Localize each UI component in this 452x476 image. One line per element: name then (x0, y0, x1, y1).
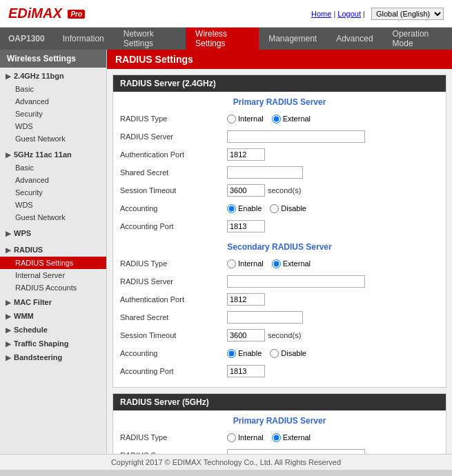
radio-disable-accounting-input-s24[interactable] (270, 349, 279, 358)
sidebar-section-header-wps[interactable]: ▶ WPS (0, 226, 106, 240)
radius-server-input-p5[interactable] (227, 449, 365, 454)
radio-external-s24[interactable]: External (272, 259, 311, 268)
radio-disable-accounting-s24[interactable]: Disable (270, 349, 306, 358)
sidebar-section-header-radius[interactable]: ▶ RADIUS (0, 243, 106, 257)
radius-server-label-p24: RADIUS Server (120, 132, 227, 141)
session-timeout-label-s24: Session Timeout (120, 331, 227, 339)
radius-type-label-s24: RADIUS Type (120, 259, 227, 268)
sidebar-item-basic-5[interactable]: Basic (0, 161, 106, 174)
auth-port-input-s24[interactable] (227, 293, 265, 306)
radius-type-control-p5: Internal External (227, 433, 439, 442)
nav-operation-mode[interactable]: Operation Mode (383, 28, 452, 50)
auth-port-row-p24: Authentication Port (120, 147, 439, 162)
radius-type-control-s24: Internal External (227, 259, 439, 268)
sidebar-section-header-bandsteering[interactable]: ▶ Bandsteering (0, 350, 106, 364)
nav-information[interactable]: Information (53, 28, 114, 50)
session-timeout-input-p24[interactable] (227, 184, 265, 197)
radio-external-input-s24[interactable] (272, 259, 281, 268)
sidebar-section-5ghz: ▶ 5GHz 11ac 11an Basic Advanced Security… (0, 146, 106, 225)
arrow-24ghz: ▶ (6, 72, 11, 80)
radio-internal-p5[interactable]: Internal (227, 433, 264, 442)
sidebar-item-advanced-5[interactable]: Advanced (0, 174, 106, 186)
radio-disable-accounting-input-p24[interactable] (270, 204, 279, 213)
radio-internal-p24[interactable]: Internal (227, 115, 264, 123)
radius-type-control-p24: Internal External (227, 115, 439, 123)
arrow-macfilter: ▶ (6, 299, 11, 306)
radio-internal-input-s24[interactable] (227, 259, 236, 268)
sidebar-item-security-5[interactable]: Security (0, 186, 106, 199)
radius-server-label-p5: RADIUS Server (120, 451, 227, 454)
sidebar-section-header-wmm[interactable]: ▶ WMM (0, 309, 106, 323)
auth-port-control-p24 (227, 148, 439, 161)
sidebar-section-radius: ▶ RADIUS RADIUS Settings Internal Server… (0, 241, 106, 295)
nav-network-settings[interactable]: Network Settings (114, 28, 186, 50)
lang-select[interactable]: Global (English) (371, 8, 444, 20)
radio-disable-accounting-p24[interactable]: Disable (270, 204, 306, 213)
nav-management[interactable]: Management (259, 28, 326, 50)
sidebar: Wireless Settings ▶ 2.4GHz 11bgn Basic A… (0, 50, 107, 454)
primary-server-label-5: Primary RADIUS Server (120, 416, 439, 426)
radio-internal-input-p5[interactable] (227, 433, 236, 442)
sidebar-item-wds-24[interactable]: WDS (0, 120, 106, 132)
radio-external-input-p5[interactable] (272, 433, 281, 442)
sidebar-5ghz-label: 5GHz 11ac 11an (14, 150, 72, 159)
radio-enable-accounting-input-s24[interactable] (227, 349, 236, 358)
auth-port-input-p24[interactable] (227, 148, 265, 161)
radius-server-row-p5: RADIUS Server (120, 448, 439, 454)
radius-server-control-s24 (227, 275, 439, 288)
radius-type-row-secondary-24: RADIUS Type Internal External (120, 256, 439, 271)
session-timeout-input-s24[interactable] (227, 329, 265, 341)
nav-advanced[interactable]: Advanced (326, 28, 382, 50)
radio-external-input-p24[interactable] (272, 115, 281, 123)
radius-server-control-p5 (227, 449, 439, 454)
sidebar-section-header-macfilter[interactable]: ▶ MAC Filter (0, 295, 106, 309)
sidebar-section-header-traffic[interactable]: ▶ Traffic Shaping (0, 337, 106, 350)
sidebar-section-header-schedule[interactable]: ▶ Schedule (0, 323, 106, 337)
accounting-port-input-s24[interactable] (227, 365, 265, 377)
sidebar-item-advanced-24[interactable]: Advanced (0, 95, 106, 108)
secondary-server-label-24: Secondary RADIUS Server (120, 242, 439, 252)
radius-server-input-s24[interactable] (227, 275, 365, 288)
sidebar-section-header-5ghz[interactable]: ▶ 5GHz 11ac 11an (0, 148, 106, 161)
sidebar-item-radius-settings[interactable]: RADIUS Settings (0, 257, 106, 269)
nav-wireless-settings[interactable]: Wireless Settings (186, 28, 259, 50)
radio-enable-accounting-input-p24[interactable] (227, 204, 236, 213)
arrow-wps: ▶ (6, 230, 11, 237)
shared-secret-input-s24[interactable] (227, 311, 303, 324)
nav-device-name: OAP1300 (0, 34, 53, 43)
radio-internal-input-p24[interactable] (227, 115, 236, 123)
sidebar-item-basic-24[interactable]: Basic (0, 83, 106, 95)
radio-internal-s24[interactable]: Internal (227, 259, 264, 268)
radius-server-input-p24[interactable] (227, 130, 365, 143)
home-link[interactable]: Home (311, 10, 331, 18)
sidebar-section-header-24ghz[interactable]: ▶ 2.4GHz 11bgn (0, 69, 106, 83)
sidebar-item-guest-24[interactable]: Guest Network (0, 132, 106, 145)
sidebar-schedule-label: Schedule (14, 326, 48, 334)
sidebar-wmm-label: WMM (14, 312, 34, 320)
sidebar-item-internal-server[interactable]: Internal Server (0, 269, 106, 281)
logout-link[interactable]: Logout (337, 10, 361, 18)
logo-text: EDiMAX Pro (8, 6, 85, 21)
arrow-wmm: ▶ (6, 313, 11, 320)
main-panel: RADIUS Settings RADIUS Server (2.4GHz) P… (107, 50, 452, 454)
sidebar-item-guest-5[interactable]: Guest Network (0, 211, 106, 224)
shared-secret-row-p24: Shared Secret (120, 165, 439, 180)
session-timeout-row-s24: Session Timeout second(s) (120, 328, 439, 343)
radio-enable-accounting-s24[interactable]: Enable (227, 349, 262, 358)
sidebar-item-security-24[interactable]: Security (0, 108, 106, 120)
shared-secret-control-p24 (227, 166, 439, 179)
radio-external-p5[interactable]: External (272, 433, 311, 442)
accounting-port-input-p24[interactable] (227, 220, 265, 232)
arrow-5ghz: ▶ (6, 151, 11, 159)
radius-section-header-24ghz: RADIUS Server (2.4GHz) (113, 75, 446, 92)
accounting-label-s24: Accounting (120, 349, 227, 357)
main-nav: OAP1300 Information Network Settings Wir… (0, 28, 452, 50)
accounting-control-s24: Enable Disable (227, 349, 439, 358)
sidebar-item-wds-5[interactable]: WDS (0, 199, 106, 211)
radio-external-p24[interactable]: External (272, 115, 311, 123)
primary-server-label-24: Primary RADIUS Server (120, 97, 439, 107)
radio-enable-accounting-p24[interactable]: Enable (227, 204, 262, 213)
shared-secret-input-p24[interactable] (227, 166, 303, 179)
sidebar-item-radius-accounts[interactable]: RADIUS Accounts (0, 281, 106, 294)
sidebar-bandsteering-label: Bandsteering (14, 353, 62, 361)
